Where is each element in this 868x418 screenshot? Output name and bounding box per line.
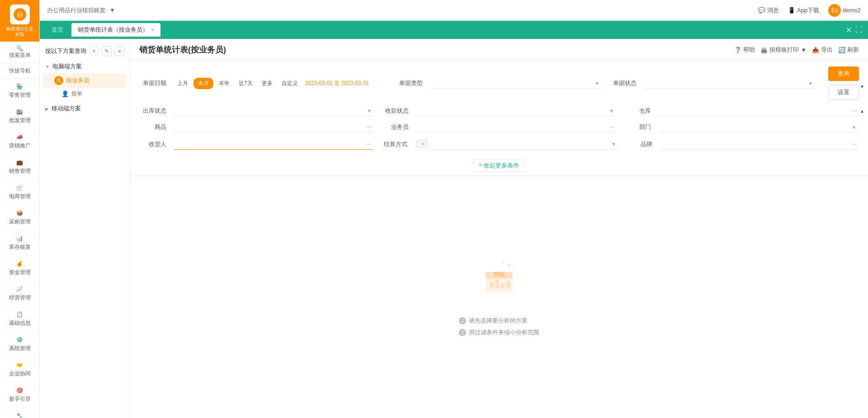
doc-type-select[interactable] (430, 78, 602, 89)
scheme-by-doc[interactable]: 👤 按单 (51, 88, 126, 100)
salesperson-wrapper[interactable]: ··· (416, 122, 617, 133)
goods-dots[interactable]: ··· (367, 123, 373, 131)
warehouse-input[interactable] (658, 105, 859, 116)
export-icon: 📤 (812, 47, 819, 53)
date-last-7days[interactable]: 近7天 (235, 78, 256, 89)
salesperson-dots[interactable]: ··· (609, 123, 615, 131)
pc-section-arrow: ▼ (45, 64, 50, 69)
salesperson-scheme-icon: 员 (54, 76, 63, 85)
empty-tip-2: 2 用过滤条件来缩小分析范围 (459, 328, 539, 337)
apps-icon: 🔧 (16, 413, 23, 418)
sidebar-item-finance[interactable]: 💰 资金管理 (0, 256, 39, 281)
tab-maximize-icon[interactable]: ⛶ (855, 26, 863, 34)
date-more[interactable]: 更多 (258, 78, 276, 89)
salesperson-scheme-label: 按业务员 (66, 76, 90, 85)
sidebar-item-apps[interactable]: 🔧 应用中心 (0, 408, 39, 418)
settings-btn[interactable]: 设置 (828, 85, 859, 100)
date-last-month[interactable]: 上月 (174, 78, 192, 89)
consignee-wrapper[interactable]: ··· (174, 139, 373, 150)
sidebar-item-basic[interactable]: 📋 基础信息 (0, 307, 39, 332)
export-btn[interactable]: 📤 导出 (812, 46, 833, 54)
help-btn[interactable]: ❓ 帮助 (734, 46, 755, 54)
out-status-wrapper[interactable] (174, 105, 374, 116)
quick-nav[interactable]: 快捷导航 (0, 63, 39, 79)
warehouse-dots[interactable]: ··· (851, 107, 857, 115)
doc-status-wrapper[interactable] (644, 78, 816, 89)
app-download-btn[interactable]: 📱 App下载 (788, 6, 819, 14)
salesperson-input[interactable] (416, 122, 617, 133)
date-this-year[interactable]: 本年 (215, 78, 233, 89)
sidebar-item-system[interactable]: ⚙️ 系统管理 (0, 332, 39, 357)
brand-wrapper[interactable]: ··· (660, 139, 859, 150)
sidebar-nav: 🏪 零售管理 ▲ 🏬 批发管理 ▲ 📣 营销推广 💼 销售管理 🛒 电商管理 📦… (0, 79, 39, 418)
dept-select[interactable] (658, 122, 859, 133)
top-header-title[interactable]: 办公用品行业模拟账套 ▼ (47, 6, 115, 14)
add-scheme-btn[interactable]: + (89, 46, 99, 56)
sidebar-item-marketing[interactable]: 📣 营销推广 (0, 129, 39, 155)
sidebar-item-cooperation[interactable]: 🤝 企业协同 (0, 357, 39, 383)
sidebar-item-inventory[interactable]: 📊 库存核算 (0, 231, 39, 256)
edit-scheme-btn[interactable]: ✎ (102, 46, 112, 56)
mobile-section-header[interactable]: ▶ 移动端方案 (43, 102, 126, 115)
message-btn[interactable]: 💬 消息 (758, 6, 779, 14)
tab-close-window-icon[interactable]: ✕ (846, 26, 852, 34)
user-menu[interactable]: Ea demo2 (828, 4, 861, 17)
wholesale-icon: 🏬 (16, 109, 23, 115)
sidebar-item-newbie[interactable]: 🎯 新手引导 (0, 383, 39, 408)
brand-input[interactable] (660, 139, 859, 150)
pc-section-header[interactable]: ▼ 电脑端方案 (43, 60, 126, 73)
settle-method-tag-close[interactable]: × (421, 141, 424, 147)
sidebar-item-wholesale[interactable]: 🏬 批发管理 ▲ (0, 104, 39, 129)
sidebar-item-retail[interactable]: 🏪 零售管理 ▲ (0, 79, 39, 104)
sidebar-item-sales-label: 销售管理 (9, 167, 31, 175)
warehouse-label: 仓库 (624, 107, 651, 115)
left-panel: 按以下方案查询 + ✎ « ▼ 电脑端方案 员 按业务员 � (40, 39, 130, 418)
consignee-input[interactable] (174, 139, 373, 150)
doc-status-select[interactable] (644, 78, 816, 89)
sidebar-item-operation[interactable]: 📈 经营管理 (0, 281, 39, 307)
doc-type-wrapper[interactable] (430, 78, 602, 89)
receive-status-select[interactable] (416, 105, 617, 116)
top-title-arrow: ▼ (109, 7, 115, 14)
date-custom[interactable]: 自定义 (278, 78, 302, 89)
purchase-icon: 📦 (16, 210, 23, 216)
tip1-text: 请先选择要分析的方案 (469, 317, 528, 325)
consignee-dots[interactable]: ··· (365, 140, 371, 148)
print-btn[interactable]: 🖨️ 按模板打印 ▼ (760, 46, 807, 54)
out-status-select[interactable] (174, 105, 374, 116)
scheme-salesperson[interactable]: 员 按业务员 (43, 73, 126, 88)
svg-rect-10 (501, 283, 505, 288)
date-this-month[interactable]: 本月 (193, 78, 213, 89)
sidebar-item-ecommerce-label: 电商管理 (9, 193, 31, 200)
sidebar-item-sales[interactable]: 💼 销售管理 (0, 155, 39, 180)
svg-rect-11 (506, 281, 510, 288)
sidebar-item-ecommerce[interactable]: 🛒 电商管理 (0, 180, 39, 205)
svg-point-5 (507, 263, 511, 267)
dept-wrapper[interactable] (658, 122, 859, 133)
tab-sales-stat[interactable]: 销货单统计表（按业务员） × (71, 23, 160, 37)
query-btn[interactable]: 查询 (828, 66, 859, 81)
sidebar-item-purchase[interactable]: 📦 采购管理 (0, 205, 39, 231)
left-panel-mobile-section: ▶ 移动端方案 (40, 102, 130, 115)
collapse-panel-btn[interactable]: « (114, 46, 124, 56)
empty-state: 1 请先选择要分析的方案 2 用过滤条件来缩小分析范围 (130, 176, 868, 418)
help-icon: ❓ (734, 47, 741, 53)
sidebar-item-purchase-label: 采购管理 (9, 218, 31, 226)
tab-home[interactable]: 首页 (45, 23, 70, 37)
warehouse-wrapper[interactable]: ··· (658, 105, 859, 116)
tab-sales-stat-label: 销货单统计表（按业务员） (78, 26, 148, 34)
receive-status-wrapper[interactable] (416, 105, 617, 116)
settle-method-chevron[interactable]: ▼ (612, 142, 616, 147)
goods-wrapper[interactable]: ··· (174, 122, 374, 133)
page-title: 销货单统计表(按业务员) (139, 44, 226, 55)
sidebar-item-wholesale-label: 批发管理 (9, 117, 31, 124)
brand-dots[interactable]: ··· (851, 140, 857, 148)
tab-close-btn[interactable]: × (151, 27, 154, 33)
refresh-btn[interactable]: 🔄 刷新 (838, 46, 859, 54)
settle-method-wrapper[interactable]: × ▼ (415, 138, 618, 150)
goods-input[interactable] (174, 122, 374, 133)
cooperation-icon: 🤝 (16, 362, 23, 368)
sidebar-item-operation-label: 经营管理 (9, 294, 31, 302)
sidebar-search[interactable]: 🔍 搜索菜单 (0, 42, 39, 63)
collapse-more-btn[interactable]: ^ 收起更多条件 (473, 159, 525, 172)
